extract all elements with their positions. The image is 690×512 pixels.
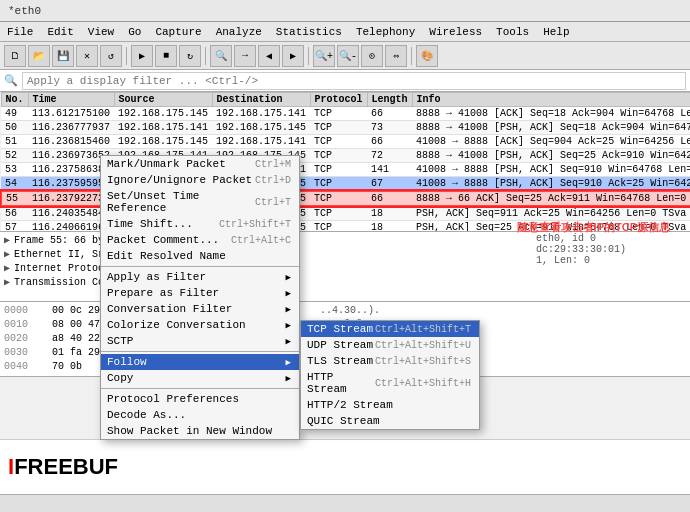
tb-new[interactable]: 🗋 [4,45,26,67]
col-proto[interactable]: Protocol [310,93,367,107]
tb-restart[interactable]: ↻ [179,45,201,67]
tb-resize-cols[interactable]: ⇔ [385,45,407,67]
submenu-arrow: ▶ [286,304,291,315]
sub-shortcut: Ctrl+Alt+Shift+H [375,378,471,389]
submenu-arrow: ▶ [286,272,291,283]
table-row[interactable]: 51116.236815460192.168.175.145192.168.17… [1,135,690,149]
menu-tools[interactable]: Tools [493,26,532,38]
menu-view[interactable]: View [85,26,117,38]
toolbar: 🗋 📂 💾 ✕ ↺ ▶ ■ ↻ 🔍 → ◀ ▶ 🔍+ 🔍- ⊙ ⇔ 🎨 [0,42,690,70]
menu-capture[interactable]: Capture [152,26,204,38]
sub-label: UDP Stream [307,339,373,351]
tb-next[interactable]: ▶ [282,45,304,67]
col-time[interactable]: Time [28,93,114,107]
freebuf-logo: IFREEBUF [8,454,118,480]
menu-analyze[interactable]: Analyze [213,26,265,38]
filter-input[interactable] [22,72,686,90]
filter-icon: 🔍 [4,74,18,87]
ctx-item-colorize-conversation[interactable]: Colorize Conversation▶ [101,317,299,333]
tb-search[interactable]: 🔍 [210,45,232,67]
tb-stop[interactable]: ■ [155,45,177,67]
ctx-separator [101,351,299,352]
title-bar: *eth0 [0,0,690,22]
sub-label: HTTP Stream [307,371,375,395]
tb-zoom-out[interactable]: 🔍- [337,45,359,67]
ctx-label: Packet Comment... [107,234,219,246]
menu-help[interactable]: Help [540,26,572,38]
ctx-item-setunset-time-reference[interactable]: Set/Unset Time ReferenceCtrl+T [101,188,299,216]
menu-file[interactable]: File [4,26,36,38]
submenu: TCP StreamCtrl+Alt+Shift+TUDP StreamCtrl… [300,320,480,430]
menu-wireless[interactable]: Wireless [426,26,485,38]
submenu-item-tls-stream[interactable]: TLS StreamCtrl+Alt+Shift+S [301,353,479,369]
sub-shortcut: Ctrl+Alt+Shift+T [375,324,471,335]
sep2 [205,47,206,65]
ctx-item-edit-resolved-name[interactable]: Edit Resolved Name [101,248,299,264]
submenu-arrow: ▶ [286,288,291,299]
ctx-item-protocol-preferences[interactable]: Protocol Preferences [101,391,299,407]
col-no[interactable]: No. [1,93,28,107]
submenu-item-quic-stream[interactable]: QUIC Stream [301,413,479,429]
ctx-item-ignoreunignore-packet[interactable]: Ignore/Unignore PacketCtrl+D [101,172,299,188]
menu-edit[interactable]: Edit [44,26,76,38]
tb-prev[interactable]: ◀ [258,45,280,67]
submenu-arrow: ▶ [286,357,291,368]
ctx-item-conversation-filter[interactable]: Conversation Filter▶ [101,301,299,317]
submenu-item-udp-stream[interactable]: UDP StreamCtrl+Alt+Shift+U [301,337,479,353]
ctx-label: SCTP [107,335,133,347]
tb-colorize[interactable]: 🎨 [416,45,438,67]
ctx-label: Apply as Filter [107,271,206,283]
ctx-shortcut: Ctrl+Alt+C [231,235,291,246]
ctx-label: Copy [107,372,133,384]
submenu-arrow: ▶ [286,373,291,384]
table-row[interactable]: 49113.612175100192.168.175.145192.168.17… [1,107,690,121]
ctx-item-follow[interactable]: Follow▶ [101,354,299,370]
ctx-item-decode-as[interactable]: Decode As... [101,407,299,423]
tb-goto[interactable]: → [234,45,256,67]
submenu-arrow: ▶ [286,320,291,331]
ctx-label: Time Shift... [107,218,193,230]
menu-telephony[interactable]: Telephony [353,26,418,38]
ctx-label: Show Packet in New Window [107,425,272,437]
ctx-label: Decode As... [107,409,186,421]
submenu-item-http2-stream[interactable]: HTTP/2 Stream [301,397,479,413]
expand-arrow: ▶ [4,234,10,246]
ctx-separator [101,266,299,267]
sep4 [411,47,412,65]
sep1 [126,47,127,65]
ctx-item-copy[interactable]: Copy▶ [101,370,299,386]
ctx-item-prepare-as-filter[interactable]: Prepare as Filter▶ [101,285,299,301]
sub-label: QUIC Stream [307,415,380,427]
sub-shortcut: Ctrl+Alt+Shift+S [375,356,471,367]
ctx-item-time-shift[interactable]: Time Shift...Ctrl+Shift+T [101,216,299,232]
table-row[interactable]: 50116.236777937192.168.175.141192.168.17… [1,121,690,135]
submenu-item-http-stream[interactable]: HTTP StreamCtrl+Alt+Shift+H [301,369,479,397]
sep3 [308,47,309,65]
ctx-item-apply-as-filter[interactable]: Apply as Filter▶ [101,269,299,285]
tb-close[interactable]: ✕ [76,45,98,67]
col-len[interactable]: Length [367,93,412,107]
ctx-label: Prepare as Filter [107,287,219,299]
ctx-item-packet-comment[interactable]: Packet Comment...Ctrl+Alt+C [101,232,299,248]
ctx-item-sctp[interactable]: SCTP▶ [101,333,299,349]
tb-zoom-reset[interactable]: ⊙ [361,45,383,67]
menu-go[interactable]: Go [125,26,144,38]
ctx-item-show-packet-in-new-window[interactable]: Show Packet in New Window [101,423,299,439]
sub-label: HTTP/2 Stream [307,399,393,411]
expand-arrow: ▶ [4,262,10,274]
col-info[interactable]: Info [412,93,690,107]
col-src[interactable]: Source [114,93,212,107]
col-dst[interactable]: Destination [212,93,310,107]
sub-label: TLS Stream [307,355,373,367]
tb-reload[interactable]: ↺ [100,45,122,67]
menu-bar: File Edit View Go Capture Analyze Statis… [0,22,690,42]
submenu-item-tcp-stream[interactable]: TCP StreamCtrl+Alt+Shift+T [301,321,479,337]
tb-start[interactable]: ▶ [131,45,153,67]
menu-statistics[interactable]: Statistics [273,26,345,38]
ctx-item-markunmark-packet[interactable]: Mark/Unmark PacketCtrl+M [101,156,299,172]
tb-open[interactable]: 📂 [28,45,50,67]
tb-save[interactable]: 💾 [52,45,74,67]
tb-zoom-in[interactable]: 🔍+ [313,45,335,67]
ctx-label: Protocol Preferences [107,393,239,405]
ctx-label: Mark/Unmark Packet [107,158,226,170]
